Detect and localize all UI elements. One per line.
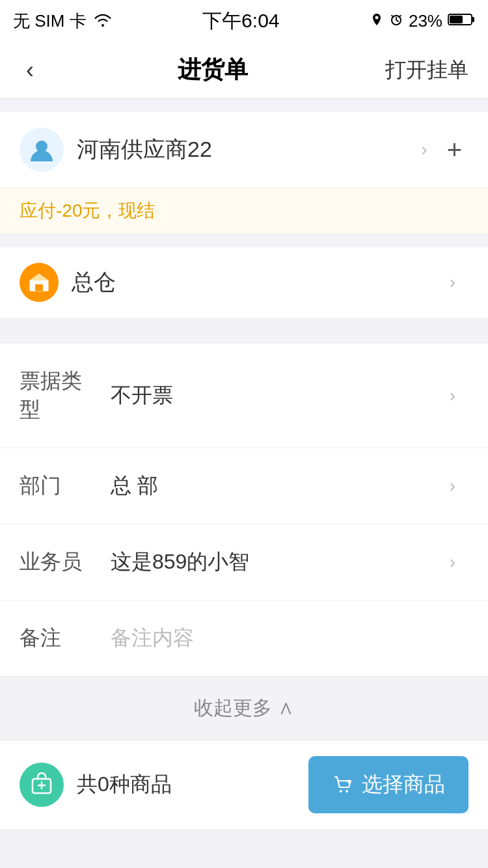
invoice-chevron-icon: › <box>450 385 455 406</box>
page-title: 进货单 <box>178 54 248 86</box>
warehouse-section: 总仓 › <box>0 247 488 318</box>
section-gap-3 <box>0 318 488 331</box>
notice-text: 应付-20元，现结 <box>20 200 155 221</box>
open-pending-button[interactable]: 打开挂单 <box>385 56 468 85</box>
cart-icon <box>332 774 354 796</box>
wifi-icon <box>93 11 113 31</box>
staff-row[interactable]: 业务员 这是859的小智 › <box>0 524 488 601</box>
supplier-add-button[interactable]: + <box>441 135 468 165</box>
warehouse-icon <box>20 263 59 302</box>
section-gap-1 <box>0 99 488 112</box>
warehouse-row[interactable]: 总仓 › <box>0 247 488 318</box>
supplier-row[interactable]: 河南供应商22 › + <box>0 112 488 188</box>
svg-rect-2 <box>472 17 474 22</box>
nav-bar: ‹ 进货单 打开挂单 <box>0 42 488 99</box>
remark-label: 备注 <box>20 624 98 653</box>
select-product-label: 选择商品 <box>362 770 445 799</box>
staff-label: 业务员 <box>20 548 98 576</box>
collapse-row[interactable]: 收起更多 ∧ <box>0 676 488 740</box>
product-icon <box>20 763 64 807</box>
form-section: 票据类型 不开票 › 部门 总 部 › 业务员 这是859的小智 › 备注 备注… <box>0 344 488 676</box>
svg-rect-3 <box>450 16 463 23</box>
status-bar: 无 SIM 卡 下午6:04 23% <box>0 0 488 42</box>
svg-point-7 <box>340 790 342 793</box>
warehouse-chevron-icon: › <box>450 272 455 293</box>
notice-bar: 应付-20元，现结 <box>0 188 488 234</box>
collapse-label: 收起更多 ∧ <box>194 697 293 718</box>
department-chevron-icon: › <box>450 476 455 496</box>
invoice-type-row[interactable]: 票据类型 不开票 › <box>0 344 488 448</box>
alarm-icon <box>389 11 403 31</box>
supplier-avatar <box>20 128 64 172</box>
status-right: 23% <box>370 11 475 31</box>
status-left: 无 SIM 卡 <box>13 10 113 33</box>
product-count-text: 共0种商品 <box>77 770 308 799</box>
content-background <box>0 829 488 868</box>
supplier-chevron-icon: › <box>421 139 427 160</box>
staff-chevron-icon: › <box>450 552 455 573</box>
remark-row[interactable]: 备注 备注内容 <box>0 601 488 676</box>
svg-point-8 <box>346 790 348 793</box>
invoice-value: 不开票 <box>98 381 450 410</box>
carrier-text: 无 SIM 卡 <box>13 10 87 33</box>
back-button[interactable]: ‹ <box>20 50 40 90</box>
status-time: 下午6:04 <box>202 8 279 34</box>
department-value: 总 部 <box>98 472 450 500</box>
battery-icon <box>448 11 475 31</box>
staff-value: 这是859的小智 <box>98 548 450 576</box>
location-icon <box>370 11 384 31</box>
warehouse-name: 总仓 <box>72 267 450 297</box>
battery-text: 23% <box>409 11 442 31</box>
department-row[interactable]: 部门 总 部 › <box>0 448 488 524</box>
bottom-bar: 共0种商品 选择商品 <box>0 740 488 829</box>
supplier-section: 河南供应商22 › + 应付-20元，现结 <box>0 112 488 234</box>
section-gap-2 <box>0 234 488 247</box>
department-label: 部门 <box>20 472 98 500</box>
supplier-name: 河南供应商22 <box>77 135 421 165</box>
select-product-button[interactable]: 选择商品 <box>308 756 468 813</box>
invoice-label: 票据类型 <box>20 367 98 424</box>
remark-input[interactable]: 备注内容 <box>98 624 468 653</box>
svg-rect-5 <box>35 284 43 291</box>
